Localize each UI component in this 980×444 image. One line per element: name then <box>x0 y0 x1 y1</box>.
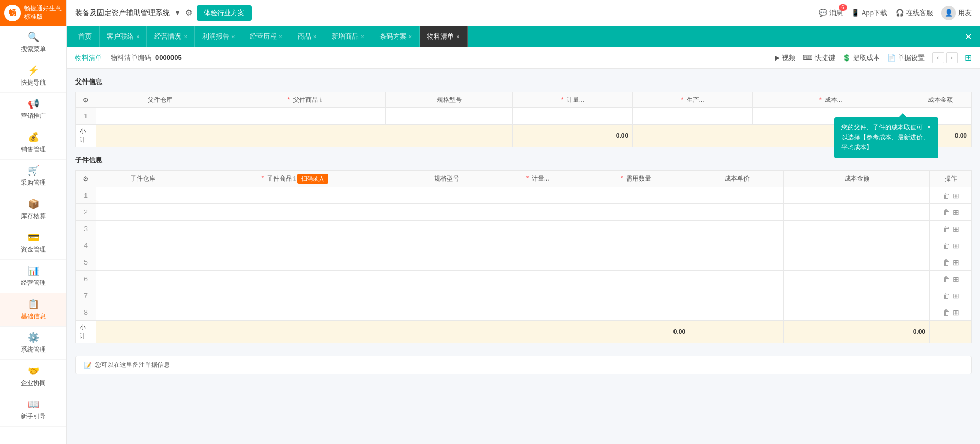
child-unit-cost-cell-6[interactable] <box>690 271 784 287</box>
sidebar-item-search[interactable]: 🔍 搜索菜单 <box>0 26 66 59</box>
delete-icon-7[interactable]: 🗑 <box>942 292 950 300</box>
tab-customers[interactable]: 客户联络 × <box>100 26 147 47</box>
extract-cost-btn[interactable]: 💲 提取成本 <box>842 53 880 63</box>
breadcrumb-list-link[interactable]: 物料清单 <box>75 53 102 63</box>
view-btn[interactable]: ▶ 视频 <box>775 53 795 63</box>
tab-profit[interactable]: 利润报告 × <box>195 26 242 47</box>
app-download-btn[interactable]: 📱 App下载 <box>851 8 887 18</box>
sidebar-item-guide[interactable]: 📖 新手引导 <box>0 393 66 427</box>
copy-icon-7[interactable]: ⊞ <box>953 292 959 300</box>
tab-close-all[interactable]: ✕ <box>961 32 976 42</box>
tab-operations[interactable]: 经营情况 × <box>147 26 194 47</box>
child-warehouse-cell-1[interactable] <box>96 187 190 204</box>
child-unit-cost-cell-4[interactable] <box>690 237 784 254</box>
child-spec-cell-6[interactable] <box>400 271 494 287</box>
next-btn[interactable]: › <box>946 52 958 63</box>
sidebar-item-basic[interactable]: 📋 基础信息 <box>0 293 66 327</box>
sidebar-item-marketing[interactable]: 📢 营销推广 <box>0 93 66 126</box>
parent-spec-cell[interactable] <box>385 108 513 125</box>
copy-icon-2[interactable]: ⊞ <box>953 208 959 217</box>
child-quantity-cell-4[interactable] <box>582 237 690 254</box>
parent-warehouse-cell[interactable] <box>96 108 224 125</box>
child-product-cell-7[interactable] <box>190 287 400 304</box>
child-spec-cell-2[interactable] <box>400 204 494 221</box>
tab-close-products[interactable]: × <box>313 33 316 40</box>
child-unit-cost-cell-1[interactable] <box>690 187 784 204</box>
child-product-cell-8[interactable] <box>190 304 400 321</box>
child-spec-cell-4[interactable] <box>400 237 494 254</box>
copy-icon-1[interactable]: ⊞ <box>953 191 959 200</box>
child-quantity-cell-5[interactable] <box>582 254 690 271</box>
child-product-cell-6[interactable] <box>190 271 400 287</box>
parent-production-cell[interactable] <box>633 108 753 125</box>
copy-icon-4[interactable]: ⊞ <box>953 242 959 250</box>
child-spec-cell-5[interactable] <box>400 254 494 271</box>
delete-icon-8[interactable]: 🗑 <box>942 308 950 317</box>
child-spec-cell-3[interactable] <box>400 221 494 237</box>
prev-btn[interactable]: ‹ <box>932 52 944 63</box>
sidebar-item-sales[interactable]: 💰 销售管理 <box>0 126 66 160</box>
scan-btn[interactable]: 扫码录入 <box>297 174 328 184</box>
tab-close-profit[interactable]: × <box>231 33 235 40</box>
delete-icon-1[interactable]: 🗑 <box>942 191 950 200</box>
child-unit-cell-7[interactable] <box>494 287 582 304</box>
child-product-cell-2[interactable] <box>190 204 400 221</box>
child-quantity-cell-3[interactable] <box>582 221 690 237</box>
child-warehouse-cell-3[interactable] <box>96 221 190 237</box>
service-btn[interactable]: 🎧 在线客服 <box>896 8 933 18</box>
child-warehouse-cell-5[interactable] <box>96 254 190 271</box>
child-unit-cost-cell-8[interactable] <box>690 304 784 321</box>
tab-home[interactable]: 首页 <box>71 26 100 47</box>
tab-history[interactable]: 经营历程 × <box>242 26 290 47</box>
tooltip-close-btn[interactable]: × <box>927 123 931 133</box>
experience-btn[interactable]: 体验行业方案 <box>197 5 252 21</box>
user-menu[interactable]: 👤 用友 <box>941 6 972 20</box>
grid-view-icon[interactable]: ⊞ <box>965 53 972 63</box>
col-settings-icon[interactable]: ⚙ <box>83 97 89 104</box>
sidebar-item-purchase[interactable]: 🛒 采购管理 <box>0 160 66 193</box>
sidebar-item-cooperation[interactable]: 🤝 企业协同 <box>0 360 66 393</box>
child-quantity-cell-8[interactable] <box>582 304 690 321</box>
tab-close-history[interactable]: × <box>279 33 282 40</box>
tab-close-customers[interactable]: × <box>136 33 139 40</box>
child-unit-cost-cell-3[interactable] <box>690 221 784 237</box>
parent-unit-cell[interactable] <box>513 108 633 125</box>
child-spec-cell-8[interactable] <box>400 304 494 321</box>
child-quantity-cell-2[interactable] <box>582 204 690 221</box>
delete-icon-5[interactable]: 🗑 <box>942 258 950 267</box>
sidebar-item-system[interactable]: ⚙️ 系统管理 <box>0 327 66 360</box>
tab-close-new-product[interactable]: × <box>361 33 364 40</box>
tab-close-barcode[interactable]: × <box>409 33 412 40</box>
sidebar-item-quick-nav[interactable]: ⚡ 快捷导航 <box>0 59 66 93</box>
child-spec-cell-1[interactable] <box>400 187 494 204</box>
child-product-cell-5[interactable] <box>190 254 400 271</box>
sidebar-item-operation[interactable]: 📊 经营管理 <box>0 260 66 293</box>
message-btn[interactable]: 💬 消息 6 <box>819 8 843 18</box>
shortcut-btn[interactable]: ⌨ 快捷键 <box>803 53 835 63</box>
sidebar-item-inventory[interactable]: 📦 库存核算 <box>0 193 66 226</box>
child-unit-cell-3[interactable] <box>494 221 582 237</box>
copy-icon-3[interactable]: ⊞ <box>953 225 959 233</box>
tab-barcode[interactable]: 条码方案 × <box>372 26 420 47</box>
sidebar-item-finance[interactable]: 💳 资金管理 <box>0 226 66 260</box>
child-product-cell-3[interactable] <box>190 221 400 237</box>
child-unit-cell-2[interactable] <box>494 204 582 221</box>
copy-icon-5[interactable]: ⊞ <box>953 258 959 267</box>
child-unit-cell-5[interactable] <box>494 254 582 271</box>
tab-close-bom[interactable]: × <box>456 33 459 40</box>
child-warehouse-cell-2[interactable] <box>96 204 190 221</box>
delete-icon-2[interactable]: 🗑 <box>942 208 950 217</box>
child-product-cell-4[interactable] <box>190 237 400 254</box>
child-unit-cell-1[interactable] <box>494 187 582 204</box>
tab-new-product[interactable]: 新增商品 × <box>324 26 372 47</box>
child-unit-cell-4[interactable] <box>494 237 582 254</box>
copy-icon-6[interactable]: ⊞ <box>953 275 959 283</box>
child-unit-cost-cell-5[interactable] <box>690 254 784 271</box>
tab-products[interactable]: 商品 × <box>290 26 324 47</box>
child-product-cell-1[interactable] <box>190 187 400 204</box>
child-quantity-cell-6[interactable] <box>582 271 690 287</box>
tab-bom[interactable]: 物料清单 × <box>420 26 467 47</box>
child-unit-cell-6[interactable] <box>494 271 582 287</box>
child-spec-cell-7[interactable] <box>400 287 494 304</box>
child-unit-cost-cell-7[interactable] <box>690 287 784 304</box>
